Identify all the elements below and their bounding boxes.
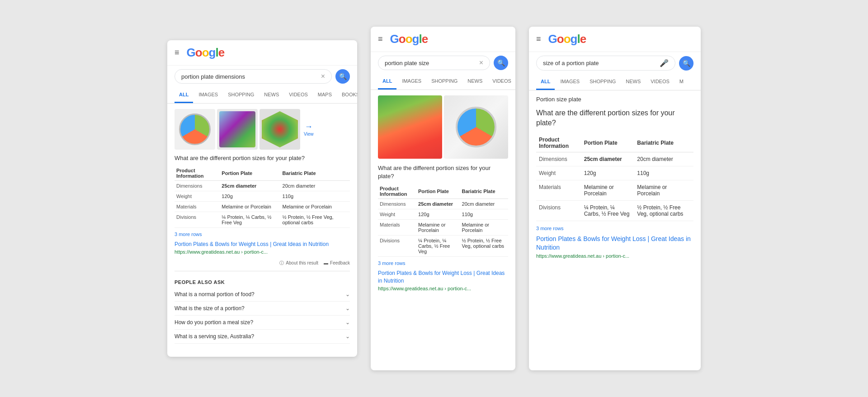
tab-images-2[interactable]: IMAGES — [397, 74, 426, 90]
card1-about-label[interactable]: ⓘ About this result — [279, 260, 318, 266]
tab-shopping-2[interactable]: SHOPPING — [427, 74, 462, 90]
card1-td-div-label: Divisions — [175, 212, 220, 228]
card1-faq-3[interactable]: How do you portion a meal size? ⌄ — [175, 316, 350, 330]
card2-th-portion: Portion Plate — [416, 184, 460, 199]
card2-search-button[interactable]: 🔍 — [494, 56, 508, 70]
card1-feedback-label[interactable]: ▬ Feedback — [324, 260, 350, 265]
hamburger-icon-1[interactable]: ≡ — [175, 48, 179, 57]
card1-table-heading: What are the different portion sizes for… — [175, 154, 350, 162]
card3-search-area: size of a portion plate 🎤 🔍 — [529, 52, 701, 74]
tab-maps-1[interactable]: MAPS — [313, 87, 336, 103]
card2-result-link[interactable]: Portion Plates & Bowls for Weight Loss |… — [378, 269, 508, 285]
tab-shopping-1[interactable]: SHOPPING — [223, 87, 259, 103]
card3-td-weight-label: Weight — [536, 166, 581, 180]
card2-search-area: portion plate size × 🔍 — [371, 52, 515, 74]
card1-faq-question-1: What is a normal portion of food? — [175, 291, 345, 298]
card1-view-label[interactable]: View — [304, 132, 314, 137]
card3-mic-icon[interactable]: 🎤 — [660, 59, 669, 67]
card2-header: ≡ Google — [371, 27, 515, 52]
card1-th-product: Product Information — [175, 166, 220, 181]
card1-faq-4[interactable]: What is a serving size, Australia? ⌄ — [175, 330, 350, 344]
card2-td-dim-portion: 25cm diameter — [416, 199, 460, 209]
table-row: Materials Melamine or Porcelain Melamine… — [175, 202, 350, 212]
card2-td-div-label: Divisions — [378, 236, 416, 257]
tab-images-1[interactable]: IMAGES — [194, 87, 222, 103]
tab-videos-1[interactable]: VIDEOS — [284, 87, 312, 103]
card1-more-rows[interactable]: 3 more rows — [175, 232, 350, 237]
card3-th-bariatric: Bariatric Plate — [634, 134, 693, 152]
tab-all-1[interactable]: ALL — [175, 87, 193, 103]
card3-th-product: Product Information — [536, 134, 581, 152]
card1-header: ≡ Google — [167, 40, 357, 66]
card1-th-portion: Portion Plate — [220, 166, 280, 181]
card1-body: → View What are the different portion si… — [167, 104, 357, 349]
table-row: Divisions ¼ Protein, ¼ Carbs, ½ Free Veg… — [175, 212, 350, 228]
tab-more-3[interactable]: M — [675, 74, 688, 90]
tab-all-3[interactable]: ALL — [536, 74, 555, 90]
hamburger-icon-3[interactable]: ≡ — [536, 34, 541, 44]
card2-th-product: Product Information — [378, 184, 416, 199]
table-row: Materials Melamine or Porcelain Melamine… — [378, 220, 508, 236]
card2-search-input[interactable]: portion plate size — [385, 60, 476, 66]
table-row: Divisions ¼ Protein, ¼ Carbs, ½ Free Veg… — [536, 200, 693, 221]
card1-search-bar: portion plate dimensions × — [175, 69, 332, 84]
card2-th-bariatric: Bariatric Plate — [460, 184, 508, 199]
card1-faq-2[interactable]: What is the size of a portion? ⌄ — [175, 302, 350, 316]
tab-videos-2[interactable]: VIDEOS — [488, 74, 515, 90]
tab-images-3[interactable]: IMAGES — [556, 74, 584, 90]
card1-clear-icon[interactable]: × — [321, 72, 325, 80]
card3-more-rows[interactable]: 3 more rows — [536, 226, 693, 231]
card3-td-div-bariatric: ½ Protein, ½ Free Veg, optional carbs — [634, 200, 693, 221]
card1-td-mat-bariatric: Melamine or Porcelain — [281, 202, 350, 212]
tab-videos-3[interactable]: VIDEOS — [646, 74, 674, 90]
card1-about-row: ⓘ About this result ▬ Feedback — [175, 258, 350, 266]
search-card-3: ≡ Google size of a portion plate 🎤 🔍 ALL… — [529, 27, 701, 370]
card2-image-1 — [378, 95, 442, 159]
card2-clear-icon[interactable]: × — [479, 59, 483, 67]
hamburger-icon-2[interactable]: ≡ — [378, 34, 383, 44]
card3-result-link[interactable]: Portion Plates & Bowls for Weight Loss |… — [536, 235, 693, 252]
card1-faq-chevron-3: ⌄ — [345, 319, 350, 326]
card1-search-input[interactable]: portion plate dimensions — [181, 73, 317, 80]
card1-th-bariatric: Bariatric Plate — [281, 166, 350, 181]
tab-news-2[interactable]: NEWS — [463, 74, 487, 90]
table-row: Materials Melamine or Porcelain Melamine… — [536, 180, 693, 200]
card3-nav-tabs: ALL IMAGES SHOPPING NEWS VIDEOS M — [529, 74, 701, 90]
card2-search-bar: portion plate size × — [378, 56, 490, 70]
card2-result-url: https://www.greatideas.net.au › portion-… — [378, 286, 508, 291]
google-logo-1: Google — [187, 46, 225, 60]
card2-image-row — [378, 95, 508, 159]
tab-news-3[interactable]: NEWS — [621, 74, 645, 90]
card1-arrow-icon[interactable]: → — [305, 122, 313, 132]
card1-faq-question-2: What is the size of a portion? — [175, 305, 345, 312]
card3-data-table: Product Information Portion Plate Bariat… — [536, 134, 693, 221]
tab-shopping-3[interactable]: SHOPPING — [585, 74, 620, 90]
card2-td-mat-label: Materials — [378, 220, 416, 236]
card2-table-heading: What are the different portion sizes for… — [378, 164, 508, 180]
card2-more-rows[interactable]: 3 more rows — [378, 260, 508, 266]
card1-view-more[interactable]: → View — [304, 122, 314, 137]
card3-td-weight-portion: 120g — [581, 166, 635, 180]
card3-search-button[interactable]: 🔍 — [679, 56, 693, 71]
card3-td-div-label: Divisions — [536, 200, 581, 221]
table-row: Weight 120g 110g — [536, 166, 693, 180]
tab-news-1[interactable]: NEWS — [259, 87, 283, 103]
card1-faq-chevron-4: ⌄ — [345, 333, 350, 340]
card2-td-div-portion: ¼ Protein, ¼ Carbs, ½ Free Veg — [416, 236, 460, 257]
google-logo-3: Google — [548, 32, 586, 46]
card2-td-weight-label: Weight — [378, 209, 416, 220]
tab-books-1[interactable]: BOOKS — [337, 87, 357, 103]
card1-result-link[interactable]: Portion Plates & Bowls for Weight Loss |… — [175, 241, 350, 248]
card1-td-dim-label: Dimensions — [175, 181, 220, 191]
table-row: Dimensions 25cm diameter 20cm diameter — [536, 152, 693, 166]
card3-td-mat-bariatric: Melamine or Porcelain — [634, 180, 693, 200]
card1-image-1 — [175, 109, 215, 150]
card1-faq-chevron-2: ⌄ — [345, 305, 350, 312]
card2-td-dim-label: Dimensions — [378, 199, 416, 209]
card1-td-weight-portion: 120g — [220, 191, 280, 202]
card1-faq-1[interactable]: What is a normal portion of food? ⌄ — [175, 288, 350, 302]
card3-td-mat-label: Materials — [536, 180, 581, 200]
tab-all-2[interactable]: ALL — [378, 74, 396, 90]
card3-search-input[interactable]: size of a portion plate — [543, 60, 656, 66]
card1-search-button[interactable]: 🔍 — [335, 69, 350, 84]
